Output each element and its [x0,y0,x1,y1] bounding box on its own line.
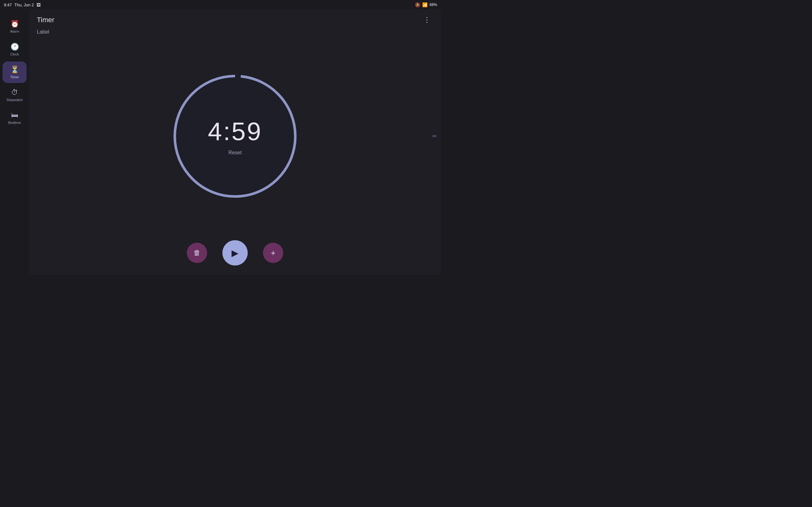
reset-button[interactable]: Reset [229,150,242,156]
sidebar-item-alarm[interactable]: ⏰ Alarm [3,16,27,38]
timer-time: 4:59 [208,117,262,146]
sidebar-item-label-bedtime: Bedtime [8,121,21,124]
sidebar-item-label-clock: Clock [10,52,19,56]
sidebar-item-label-stopwatch: Stopwatch [6,98,22,102]
header: Timer ⋮ [29,9,441,28]
sidebar-item-timer[interactable]: ⏳ Timer [3,61,27,83]
menu-button[interactable]: ⋮ [421,14,433,25]
timer-area: 4:59 Reset ✏ [29,39,441,234]
sidebar-item-label-timer: Timer [10,75,19,79]
status-bar-right: 🔕 📶 68% [415,2,437,7]
mute-icon: 🔕 [415,2,420,7]
clock-icon: 🕐 [10,43,19,51]
status-bar: 9:47 Thu, Jun 2 🖼 🔕 📶 68% [0,0,441,9]
timer-icon: ⏳ [10,66,19,74]
sidebar-item-clock[interactable]: 🕐 Clock [3,39,27,60]
timer-label[interactable]: Label [37,29,49,35]
sidebar-item-label-alarm: Alarm [10,30,19,33]
alarm-icon: ⏰ [10,20,19,28]
status-date: Thu, Jun 2 [14,3,34,7]
play-icon: ▶ [232,248,239,258]
timer-display: 4:59 Reset [208,117,262,156]
status-bar-left: 9:47 Thu, Jun 2 🖼 [4,3,41,7]
sidebar-item-stopwatch[interactable]: ⏱ Stopwatch [3,84,27,106]
page-title: Timer [37,16,54,24]
label-row: Label [29,28,441,39]
stopwatch-icon: ⏱ [11,89,18,97]
status-time: 9:47 [4,3,12,7]
delete-button[interactable]: 🗑 [187,243,207,263]
wifi-icon: 📶 [422,2,427,7]
play-button[interactable]: ▶ [222,240,248,266]
timer-circle-container: 4:59 Reset [168,70,302,203]
edit-icon[interactable]: ✏ [432,133,437,140]
delete-icon: 🗑 [194,249,200,257]
main-content: Timer ⋮ Label 4:59 Reset ✏ [29,9,441,275]
battery-level: 68% [429,3,437,7]
add-timer-button[interactable]: + [263,243,283,263]
sidebar: ⏰ Alarm 🕐 Clock ⏳ Timer ⏱ Stopwatch 🛏 Be… [0,9,29,275]
bedtime-icon: 🛏 [11,111,18,119]
bottom-actions: 🗑 ▶ + [29,234,441,275]
sidebar-item-bedtime[interactable]: 🛏 Bedtime [3,107,27,129]
add-icon: + [270,248,275,258]
image-icon: 🖼 [37,3,41,7]
